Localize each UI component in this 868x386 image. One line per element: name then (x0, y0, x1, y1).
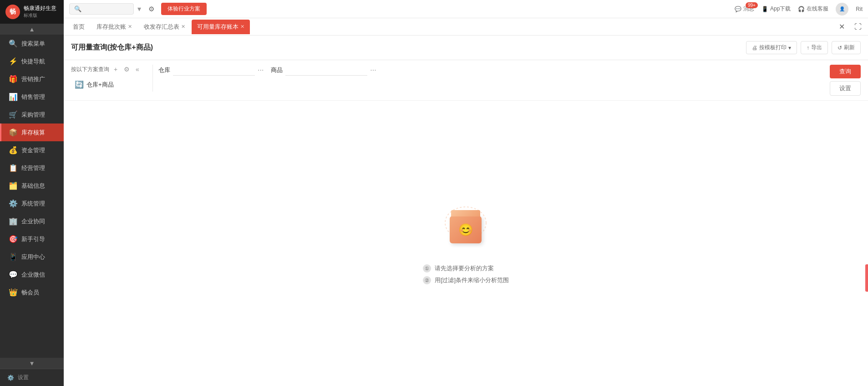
sidebar-item-label: 销售管理 (21, 93, 45, 101)
sidebar-item-appstore[interactable]: 📱 应用中心 (0, 248, 64, 266)
sidebar-item-label: 资金管理 (21, 146, 45, 154)
sidebar-item-guide[interactable]: 🎯 新手引导 (0, 230, 64, 248)
sidebar-item-operations[interactable]: 📋 经营管理 (0, 159, 64, 177)
goods-filter-input[interactable] (285, 65, 367, 76)
tab-available[interactable]: 可用量库存账本 ✕ (192, 20, 250, 34)
warehouse-filter-dots[interactable]: ··· (258, 66, 264, 74)
sidebar-item-enterprise[interactable]: 🏢 企业协同 (0, 212, 64, 230)
search-icon: 🔍 (9, 39, 18, 48)
online-service-button[interactable]: 🎧 在线客服 (798, 5, 828, 13)
sidebar-bottom-settings[interactable]: ⚙️ 设置 (0, 369, 64, 386)
tab-home[interactable]: 首页 (67, 20, 90, 34)
hint-text-1: 请先选择要分析的方案 (435, 264, 494, 273)
add-scheme-button[interactable]: + (111, 65, 120, 74)
sidebar-item-finance[interactable]: 💰 资金管理 (0, 141, 64, 159)
phone-icon: 📱 (761, 6, 768, 12)
sidebar-item-member[interactable]: 👑 畅会员 (0, 283, 64, 301)
search-input[interactable] (83, 6, 129, 12)
empty-hint-2: ② 用[过滤]条件来缩小分析范围 (423, 276, 509, 284)
topbar-gear-button[interactable]: ⚙ (145, 3, 157, 15)
sidebar-item-system[interactable]: ⚙️ 系统管理 (0, 195, 64, 212)
export-button[interactable]: ↑ 导出 (801, 41, 828, 54)
query-button[interactable]: 查询 (830, 65, 861, 78)
sidebar-item-inventory[interactable]: 📦 库存核算 (0, 124, 64, 141)
message-button[interactable]: 💬 消息 99+ (735, 5, 754, 13)
tab-close-window-button[interactable]: ✕ (835, 21, 848, 33)
hint-num-2: ② (423, 276, 431, 284)
shortcut-icon: ⚡ (9, 57, 18, 66)
topbar-dropdown-icon[interactable]: ▾ (137, 5, 141, 13)
sidebar-item-label: 营销推广 (21, 75, 45, 83)
tab-home-label: 首页 (73, 23, 85, 31)
sidebar-item-sales[interactable]: 📊 销售管理 (0, 88, 64, 106)
scheme-icon: 🔄 (75, 80, 84, 89)
page-header: 可用量查询(按仓库+商品) 🖨 按模板打印 ▾ ↑ 导出 ↺ 刷新 (64, 36, 868, 60)
wechat-icon: 💬 (9, 270, 18, 279)
sidebar-item-label: 系统管理 (21, 200, 45, 208)
sidebar-item-label: 应用中心 (21, 253, 45, 261)
box-face: 😊 (458, 223, 473, 237)
warehouse-filter-input[interactable] (173, 65, 255, 76)
app-download-button[interactable]: 📱 App下载 (761, 5, 791, 13)
tab-batch-close[interactable]: ✕ (128, 24, 132, 30)
hint-text-2: 用[过滤]条件来缩小分析范围 (435, 276, 509, 284)
query-area: 按以下方案查询 + ⚙ « 🔄 仓库+商品 仓库 ··· (64, 60, 868, 101)
goods-filter-label: 商品 (271, 66, 283, 74)
sidebar-item-label: 企业微信 (21, 271, 45, 279)
sidebar-item-search[interactable]: 🔍 搜索菜单 (0, 35, 64, 52)
hint-num-1: ① (423, 264, 431, 273)
sidebar-item-shortcut[interactable]: ⚡ 快捷导航 (0, 52, 64, 70)
sidebar-bottom-label: 设置 (18, 374, 29, 381)
sidebar-item-label: 畅会员 (21, 288, 39, 297)
sidebar-scroll-down[interactable]: ▼ (0, 358, 64, 369)
right-scrollbar-indicator (865, 264, 868, 292)
empty-hints: ① 请先选择要分析的方案 ② 用[过滤]条件来缩小分析范围 (423, 264, 509, 284)
message-badge: 99+ (746, 2, 758, 8)
collapse-scheme-button[interactable]: « (133, 65, 142, 74)
export-icon: ↑ (807, 45, 809, 51)
tab-summary-label: 收发存汇总表 (144, 23, 179, 31)
tab-bar: 首页 库存批次账 ✕ 收发存汇总表 ✕ 可用量库存账本 ✕ ✕ ⛶ (64, 18, 868, 36)
main-area: 🔍 ▾ ⚙ 体验行业方案 💬 消息 99+ 📱 App下载 🎧 在线客服 👤 R… (64, 0, 868, 386)
search-icon: 🔍 (74, 5, 81, 12)
empty-hint-1: ① 请先选择要分析的方案 (423, 264, 509, 273)
tab-batch-label: 库存批次账 (96, 23, 126, 31)
sidebar-scroll-up[interactable]: ▲ (0, 24, 64, 35)
tab-available-label: 可用量库存账本 (197, 23, 239, 31)
scheme-label: 仓库+商品 (86, 81, 114, 89)
sidebar-logo: 畅 (5, 5, 20, 19)
topbar-search-box[interactable]: 🔍 (69, 3, 134, 15)
info-icon: 🗂️ (9, 181, 18, 190)
sidebar-item-label: 采购管理 (21, 111, 45, 119)
tab-summary-close[interactable]: ✕ (181, 24, 185, 30)
money-icon: 💰 (9, 146, 18, 154)
page-content: 可用量查询(按仓库+商品) 🖨 按模板打印 ▾ ↑ 导出 ↺ 刷新 (64, 36, 868, 386)
sidebar-item-purchase[interactable]: 🛒 采购管理 (0, 106, 64, 124)
sidebar-item-wechat[interactable]: 💬 企业微信 (0, 266, 64, 283)
guide-icon: 🎯 (9, 235, 18, 243)
tab-batch[interactable]: 库存批次账 ✕ (91, 20, 137, 34)
username-label[interactable]: Rit (856, 6, 863, 12)
sidebar-app-title: 畅康通好生意 (24, 5, 56, 12)
sidebar-item-label: 新手引导 (21, 235, 45, 243)
sidebar-item-label: 企业协同 (21, 217, 45, 226)
settings-button[interactable]: 设置 (830, 81, 861, 96)
goods-filter-dots[interactable]: ··· (370, 66, 376, 74)
tab-summary[interactable]: 收发存汇总表 ✕ (138, 20, 191, 34)
scheme-warehouse-goods[interactable]: 🔄 仓库+商品 (71, 77, 147, 92)
topbar: 🔍 ▾ ⚙ 体验行业方案 💬 消息 99+ 📱 App下载 🎧 在线客服 👤 R… (64, 0, 868, 18)
sidebar-item-label: 快捷导航 (21, 57, 45, 66)
tab-available-close[interactable]: ✕ (240, 24, 244, 30)
sidebar-item-marketing[interactable]: 🎁 营销推广 (0, 70, 64, 88)
sidebar-item-label: 搜索菜单 (21, 40, 45, 48)
query-scheme-title: 按以下方案查询 (71, 66, 109, 73)
refresh-button[interactable]: ↺ 刷新 (832, 41, 861, 54)
sidebar-item-label: 库存核算 (21, 129, 45, 137)
warehouse-filter-group: 仓库 ··· (158, 65, 264, 76)
trial-industry-button[interactable]: 体验行业方案 (161, 3, 207, 15)
tab-expand-button[interactable]: ⛶ (852, 21, 864, 33)
sidebar-item-basic[interactable]: 🗂️ 基础信息 (0, 177, 64, 195)
scheme-settings-button[interactable]: ⚙ (122, 65, 131, 74)
print-template-button[interactable]: 🖨 按模板打印 ▾ (746, 41, 797, 54)
query-scheme-panel: 按以下方案查询 + ⚙ « 🔄 仓库+商品 (71, 65, 153, 92)
